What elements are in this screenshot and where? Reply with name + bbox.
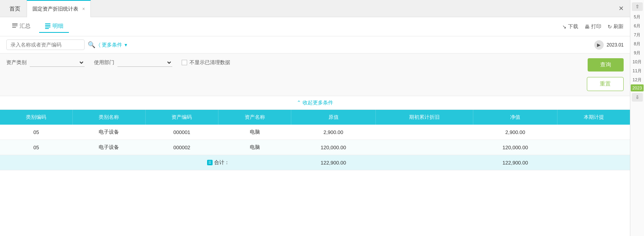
sidebar-month-item[interactable]: 10月 — [631, 57, 643, 66]
download-label: 下载 — [568, 23, 578, 30]
table-row: 05 电子设备 000001 电脑 2,900.00 2,900.00 — [0, 125, 630, 140]
cell-asset-code: 000002 — [145, 140, 218, 155]
asset-category-label: 资产类别 — [6, 59, 27, 66]
hide-cleared-label: 不显示已清理数据 — [189, 59, 230, 66]
cell-period-depreciation — [557, 125, 630, 140]
advanced-filter: 资产类别 使用部门 不显示已清理数据 — [0, 54, 630, 96]
table-row: 05 电子设备 000002 电脑 120,000.00 120,000.00 — [0, 140, 630, 155]
summary-icon: ☰ — [207, 160, 213, 165]
cell-category-name: 电子设备 — [72, 140, 145, 155]
refresh-label: 刷新 — [613, 23, 624, 30]
asset-category-select[interactable] — [30, 58, 85, 67]
cell-beginning-depreciation — [375, 140, 473, 155]
sidebar-month-item[interactable]: 5月 — [631, 13, 643, 21]
summary-label-text: 合计： — [214, 159, 229, 166]
cell-original-value: 120,000.00 — [291, 140, 375, 155]
col-asset-code: 资产编码 — [145, 110, 218, 125]
summary-period-depreciation — [557, 155, 630, 170]
svg-rect-5 — [45, 27, 51, 27]
svg-rect-1 — [12, 25, 18, 26]
collapse-bar[interactable]: ⌃ 收起更多条件 — [0, 96, 630, 110]
right-sidebar: ⇧ 5月6月7月8月9月10月11月12月2023 ⇩ — [630, 0, 644, 236]
tab-bar: 首页 固定资产折旧统计表 × ✕ — [0, 0, 630, 17]
tab-active[interactable]: 固定资产折旧统计表 × — [27, 0, 91, 17]
query-button[interactable]: 查询 — [588, 58, 624, 72]
summary-label-cell: ☰ 合计： — [145, 155, 291, 170]
svg-rect-2 — [12, 27, 16, 28]
cell-asset-name: 电脑 — [218, 140, 291, 155]
svg-rect-4 — [45, 25, 51, 26]
sidebar-month-item[interactable]: 7月 — [631, 30, 643, 39]
summary-icon — [12, 23, 18, 29]
filter-expand-btn[interactable]: ▶ — [594, 40, 604, 50]
filter-icon: 〈 — [99, 42, 100, 48]
tab-detail-label: 明细 — [52, 23, 63, 30]
use-department-select[interactable] — [117, 58, 172, 67]
tab-summary[interactable]: 汇总 — [6, 20, 36, 33]
cell-category-code: 05 — [0, 125, 72, 140]
cell-net-value: 120,000.00 — [473, 140, 557, 155]
svg-rect-6 — [45, 28, 49, 29]
hide-cleared-checkbox-label[interactable]: 不显示已清理数据 — [182, 59, 230, 66]
svg-rect-0 — [12, 23, 18, 25]
sidebar-month-item[interactable]: 9月 — [631, 48, 643, 57]
search-input[interactable] — [6, 39, 85, 50]
toolbar-actions: ↘ 下载 🖶 打印 ↻ 刷新 — [562, 23, 624, 30]
reset-button[interactable]: 重置 — [587, 77, 624, 91]
more-filter-btn[interactable]: 〈 更多条件 ▼ — [99, 41, 128, 48]
summary-empty-2 — [72, 155, 145, 170]
col-original-value: 原值 — [291, 110, 375, 125]
download-btn[interactable]: ↘ 下载 — [562, 23, 578, 30]
cell-net-value: 2,900.00 — [473, 125, 557, 140]
sidebar-month-item[interactable]: 11月 — [631, 66, 643, 75]
search-icon[interactable]: 🔍 — [88, 41, 96, 48]
tab-summary-label: 汇总 — [20, 23, 31, 30]
collapse-up-icon: ⌃ — [297, 100, 303, 105]
summary-original-value: 122,900.00 — [291, 155, 375, 170]
sidebar-month-item[interactable]: 6月 — [631, 21, 643, 30]
refresh-icon: ↻ — [608, 24, 612, 30]
download-icon: ↘ — [562, 24, 566, 30]
asset-category-field: 资产类别 — [6, 58, 85, 67]
data-table: 类别编码 类别名称 资产编码 资产名称 原值 期初累计折旧 净值 本期计提 05… — [0, 110, 630, 170]
detail-icon — [45, 23, 51, 29]
print-icon: 🖶 — [584, 24, 590, 30]
data-table-wrapper: 类别编码 类别名称 资产编码 资产名称 原值 期初累计折旧 净值 本期计提 05… — [0, 110, 630, 236]
cell-asset-code: 000001 — [145, 125, 218, 140]
summary-row: ☰ 合计： 122,900.00 122,900.00 — [0, 155, 630, 170]
use-department-label: 使用部门 — [94, 59, 114, 66]
use-department-field: 使用部门 — [94, 58, 172, 67]
filter-bar: 🔍 〈 更多条件 ▼ ▶ 2023.01 — [0, 36, 630, 54]
tab-active-label: 固定资产折旧统计表 — [32, 0, 78, 18]
more-filter-label: 更多条件 — [102, 41, 122, 48]
view-toolbar: 汇总 明细 ↘ 下载 🖶 打印 ↻ — [0, 17, 630, 36]
col-category-code: 类别编码 — [0, 110, 72, 125]
cell-period-depreciation — [557, 140, 630, 155]
collapse-label: 收起更多条件 — [303, 100, 333, 105]
date-badge: 2023.01 — [607, 42, 624, 48]
cell-category-code: 05 — [0, 140, 72, 155]
sidebar-scroll-up-btn[interactable]: ⇧ — [632, 2, 643, 11]
col-net-value: 净值 — [473, 110, 557, 125]
hide-cleared-checkbox[interactable] — [182, 60, 187, 65]
print-label: 打印 — [591, 23, 601, 30]
window-close-btn[interactable]: ✕ — [615, 3, 627, 14]
cell-original-value: 2,900.00 — [291, 125, 375, 140]
svg-rect-3 — [45, 23, 51, 24]
print-btn[interactable]: 🖶 打印 — [584, 23, 601, 30]
col-asset-name: 资产名称 — [218, 110, 291, 125]
summary-net-value: 122,900.00 — [473, 155, 557, 170]
col-period-depreciation: 本期计提 — [557, 110, 630, 125]
cell-beginning-depreciation — [375, 125, 473, 140]
sidebar-month-item[interactable]: 2023 — [631, 84, 643, 91]
tab-home[interactable]: 首页 — [3, 0, 27, 17]
sidebar-month-item[interactable]: 8月 — [631, 39, 643, 48]
cell-asset-name: 电脑 — [218, 125, 291, 140]
tab-close-icon[interactable]: × — [82, 0, 85, 18]
summary-empty-1 — [0, 155, 72, 170]
tab-detail[interactable]: 明细 — [39, 20, 69, 33]
cell-category-name: 电子设备 — [72, 125, 145, 140]
refresh-btn[interactable]: ↻ 刷新 — [608, 23, 624, 30]
sidebar-month-item[interactable]: 12月 — [631, 75, 643, 84]
sidebar-scroll-down-btn[interactable]: ⇩ — [632, 93, 643, 102]
